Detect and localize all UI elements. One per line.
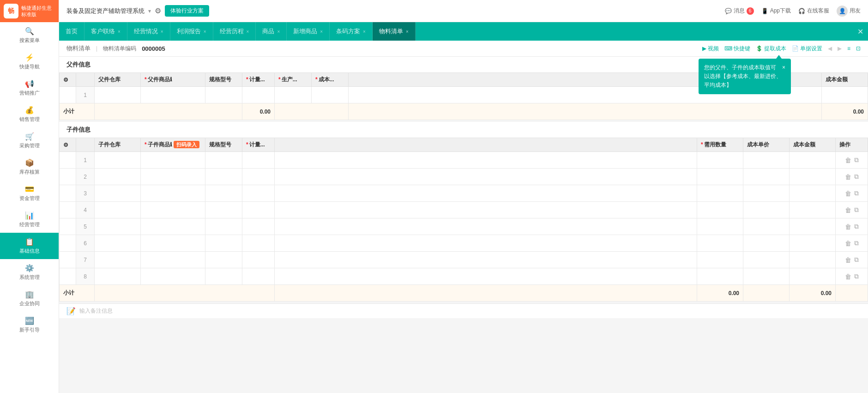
nav-tab-经营历程[interactable]: 经营历程× xyxy=(213,22,256,41)
child-amount-cell[interactable] xyxy=(790,169,836,185)
child-amount-cell[interactable] xyxy=(790,152,836,169)
child-warehouse-cell[interactable] xyxy=(95,185,141,202)
child-unit-cell[interactable] xyxy=(242,268,275,285)
sidebar-item-guide[interactable]: 🆕新手引导 xyxy=(0,312,59,338)
shortcut-action[interactable]: ⌨ 快捷键 xyxy=(724,45,750,53)
delete-icon[interactable]: 🗑 xyxy=(845,173,851,181)
child-warehouse-cell[interactable] xyxy=(95,252,141,268)
child-product-cell[interactable] xyxy=(141,252,205,268)
gear-icon[interactable]: ⚙ xyxy=(155,6,161,15)
sidebar-item-finance[interactable]: 💳资金管理 xyxy=(0,180,59,206)
nav-tab-新增商品[interactable]: 新增商品× xyxy=(287,22,330,41)
parent-amount-cell[interactable] xyxy=(822,87,868,103)
tab-close-icon[interactable]: × xyxy=(277,29,280,34)
sidebar-item-marketing[interactable]: 📢营销推广 xyxy=(0,75,59,101)
delete-icon[interactable]: 🗑 xyxy=(845,223,851,230)
child-spec-cell[interactable] xyxy=(205,235,242,252)
copy-icon[interactable]: ⧉ xyxy=(854,239,859,247)
sidebar-item-quick-nav[interactable]: ⚡快捷导航 xyxy=(0,48,59,75)
child-unit-cell[interactable] xyxy=(242,185,275,202)
delete-icon[interactable]: 🗑 xyxy=(845,206,851,214)
child-qty-cell[interactable] xyxy=(697,235,743,252)
child-spec-cell[interactable] xyxy=(205,218,242,235)
delete-icon[interactable]: 🗑 xyxy=(845,273,851,280)
child-warehouse-cell[interactable] xyxy=(95,169,141,185)
child-warehouse-cell[interactable] xyxy=(95,202,141,218)
child-product-cell[interactable] xyxy=(141,169,205,185)
delete-icon[interactable]: 🗑 xyxy=(845,190,851,197)
child-qty-cell[interactable] xyxy=(697,202,743,218)
child-unit-price-cell[interactable] xyxy=(743,152,790,169)
child-product-cell[interactable] xyxy=(141,268,205,285)
child-unit-price-cell[interactable] xyxy=(743,235,790,252)
message-button[interactable]: 💬 消息 6 xyxy=(725,7,754,15)
child-amount-cell[interactable] xyxy=(790,218,836,235)
child-qty-cell[interactable] xyxy=(697,252,743,268)
nav-tab-利润报告[interactable]: 利润报告× xyxy=(170,22,213,41)
parent-produce-cell[interactable] xyxy=(275,87,312,103)
child-unit-price-cell[interactable] xyxy=(743,268,790,285)
child-qty-cell[interactable] xyxy=(697,185,743,202)
copy-icon[interactable]: ⧉ xyxy=(854,256,859,264)
child-product-cell[interactable] xyxy=(141,218,205,235)
nav-prev-icon[interactable]: ◀ xyxy=(828,45,832,52)
scan-input-button[interactable]: 扫码录入 xyxy=(174,141,199,148)
tab-close-icon[interactable]: × xyxy=(118,29,121,34)
child-amount-cell[interactable] xyxy=(790,252,836,268)
child-unit-cell[interactable] xyxy=(242,202,275,218)
delete-icon[interactable]: 🗑 xyxy=(845,157,851,164)
child-qty-cell[interactable] xyxy=(697,218,743,235)
parent-cost-cell[interactable] xyxy=(312,87,349,103)
sidebar-item-purchase[interactable]: 🛒采购管理 xyxy=(0,127,59,154)
child-qty-cell[interactable] xyxy=(697,268,743,285)
nav-tab-商品[interactable]: 商品× xyxy=(256,22,287,41)
sidebar-item-basic[interactable]: 📋基础信息 xyxy=(0,233,59,259)
parent-spec-cell[interactable] xyxy=(205,87,242,103)
child-unit-price-cell[interactable] xyxy=(743,252,790,268)
child-warehouse-cell[interactable] xyxy=(95,152,141,169)
nav-tab-条码方案[interactable]: 条码方案× xyxy=(330,22,373,41)
parent-unit-cell[interactable] xyxy=(242,87,275,103)
child-product-cell[interactable] xyxy=(141,152,205,169)
sidebar-item-enterprise[interactable]: 🏢企业协同 xyxy=(0,285,59,312)
sidebar-item-operations[interactable]: 📊经营管理 xyxy=(0,206,59,233)
child-product-cell[interactable] xyxy=(141,185,205,202)
child-unit-cell[interactable] xyxy=(242,235,275,252)
tooltip-close-button[interactable]: × xyxy=(782,63,785,72)
child-warehouse-cell[interactable] xyxy=(95,218,141,235)
sidebar-item-sales[interactable]: 💰销售管理 xyxy=(0,101,59,127)
dropdown-arrow-icon[interactable]: ▾ xyxy=(148,8,151,14)
child-amount-cell[interactable] xyxy=(790,268,836,285)
sidebar-item-inventory[interactable]: 📦库存核算 xyxy=(0,154,59,180)
view-action[interactable]: ▶ 视频 xyxy=(702,45,719,53)
child-amount-cell[interactable] xyxy=(790,235,836,252)
sidebar-item-system[interactable]: ⚙️系统管理 xyxy=(0,259,59,285)
tab-close-icon[interactable]: × xyxy=(247,29,249,34)
tab-close-icon[interactable]: × xyxy=(161,29,163,34)
copy-icon[interactable]: ⧉ xyxy=(854,189,859,197)
sidebar-item-search[interactable]: 🔍搜索菜单 xyxy=(0,22,59,48)
child-unit-price-cell[interactable] xyxy=(743,169,790,185)
copy-icon[interactable]: ⧉ xyxy=(854,156,859,164)
fullscreen-icon[interactable]: ⊡ xyxy=(856,45,861,52)
child-spec-cell[interactable] xyxy=(205,268,242,285)
copy-icon[interactable]: ⧉ xyxy=(854,173,859,181)
child-unit-cell[interactable] xyxy=(242,169,275,185)
app-download-button[interactable]: 📱 App下载 xyxy=(761,7,791,15)
child-unit-price-cell[interactable] xyxy=(743,185,790,202)
child-spec-cell[interactable] xyxy=(205,202,242,218)
child-product-cell[interactable] xyxy=(141,235,205,252)
nav-next-icon[interactable]: ▶ xyxy=(838,45,842,52)
nav-tab-经营情况[interactable]: 经营情况× xyxy=(127,22,170,41)
parent-warehouse-cell[interactable] xyxy=(95,87,141,103)
copy-icon[interactable]: ⧉ xyxy=(854,272,859,280)
child-amount-cell[interactable] xyxy=(790,202,836,218)
child-unit-cell[interactable] xyxy=(242,152,275,169)
child-qty-cell[interactable] xyxy=(697,169,743,185)
nav-tab-首页[interactable]: 首页 xyxy=(59,22,84,41)
tab-close-icon[interactable]: × xyxy=(406,29,409,34)
tab-close-icon[interactable]: × xyxy=(363,29,366,34)
nav-tab-客户联络[interactable]: 客户联络× xyxy=(84,22,127,41)
copy-icon[interactable]: ⧉ xyxy=(854,206,859,214)
child-warehouse-cell[interactable] xyxy=(95,268,141,285)
